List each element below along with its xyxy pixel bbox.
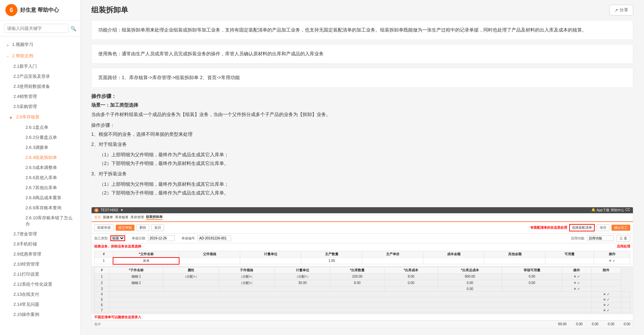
sim-nav-new[interactable]: 新建单 [103,215,113,220]
td-spec [179,258,240,264]
sidebar-item-inv4[interactable]: 2.6.4组装拆卸单 [19,153,80,163]
lth-child-attr: 属性 [163,267,219,273]
page-title: 组装拆卸单 [91,5,128,15]
sidebar-item-print[interactable]: 2.11打印设置 [9,269,80,279]
sim-btn-back[interactable]: 返回 [151,224,164,231]
sim-btn-save[interactable]: 保存 [597,224,609,231]
sim-type-select[interactable]: 组装 拆卸 [111,236,124,240]
sim-date-input[interactable] [148,235,175,241]
sidebar-item-purchase[interactable]: 2.5采购管理 [9,102,80,112]
sidebar-item-inv7[interactable]: 2.6.7其他出库单 [19,183,80,193]
sidebar-item-ops[interactable]: 2.10经营管理 [9,259,80,269]
sidebar-item-inv3[interactable]: 2.6.3调拨单 [19,143,80,153]
sidebar-item-inv1[interactable]: 2.6.1盘点单 [19,122,80,132]
sim-upper-table-wrap: # *父件名称 父件规格 计量单位 主产数量 主产单价 成本金额 其他金额 可用… [92,249,633,266]
sim-lower-table: # *子件名称 属性 子件规格 计量单位 *出库数量 *出库成本 *出库总成本 … [94,267,630,313]
main-content: 组装拆卸单 ↗ 分享 功能介绍：组装拆卸单用来处理企业组装或拆卸等加工业务，支持… [80,0,644,335]
sim-date-label: 单据日期 [132,236,145,241]
sim-nav-asm[interactable]: 组装拆卸单 [146,215,163,220]
sim-topbar: 6 TEST-H002 ▼ 🔔 App下载 帮助中心 CC [92,207,633,213]
main-header: 组装拆卸单 ↗ 分享 [80,0,644,20]
td-cost [423,258,484,264]
sim-btn-new[interactable]: 新建单据 [94,224,114,231]
lth-child-unit: 计量单位 [275,267,330,273]
search-input[interactable] [4,24,68,33]
step3: 3、对于拆装业务 [91,169,633,178]
nav-group-docs: － 2.帮助文档 2.1新手入门 2.2产品安装及登录 2.3使用前数据准备 2… [0,51,80,320]
sim-btn-ok[interactable]: 立 案 [616,235,630,242]
lth-op: 操作 [562,267,591,273]
td-num: 1 [95,258,113,264]
lower-row-3: 3 0.00 ✕ ✓ [95,286,630,291]
sidebar-item-custom[interactable]: 2.12系统个性化设置 [9,279,80,289]
sidebar-item-inventory[interactable]: ● 2.6库存核算 [9,112,80,122]
sidebar-item-inv5[interactable]: 2.6.5成本调整单 [19,163,80,173]
sim-logo: 6 [94,208,99,212]
sim-btn-confirm[interactable]: 确认完工 [611,225,630,231]
sidebar-item-video[interactable]: ＋ 1.视频学习 [0,39,80,50]
sidebar-item-capital[interactable]: 2.7资金管理 [9,229,80,239]
sidebar-item-video-label: 1.视频学习 [12,42,33,48]
sidebar-item-inv9[interactable]: 2.6.9库存账本查询 [19,203,80,213]
nav-sub-docs: 2.1新手入门 2.2产品安装及登录 2.3使用前数据准备 2.4销售管理 2.… [0,61,80,320]
logo-icon: 6 [5,4,17,16]
sim-total-avail: 0.00 [608,322,614,326]
lower-row-6: 6 ✕ ✓ [95,302,630,308]
role-text: 使用角色：通常由生产人员或库管人员完成拆装业务的操作，库管人员确认原材料的出库和… [98,51,324,56]
sidebar-item-install[interactable]: 2.2产品安装及登录 [9,71,80,81]
sim-lower-table-header: # *子件名称 属性 子件规格 计量单位 *出库数量 *出库成本 *出库总成本 … [92,266,633,314]
step2b: （2）下部明细为子件明细，最终作为原材料生成其它出库单。 [99,159,633,168]
sim-nav-invmgr[interactable]: 库存管理 [130,215,144,220]
th-check: # [95,251,113,258]
sidebar-item-cases[interactable]: 2.15操作案例 [9,310,80,320]
annotation-top-right: 有装配清单的在这里处理 [530,225,567,230]
search-icon[interactable]: 🔍 [70,26,76,31]
user-icon: CC [626,208,630,213]
annotation-bottom: 不固定清单可以随便在这里录入 [94,315,141,319]
steps-block: 操作步骤： 场景一：加工类型选择 当由多个子件材料组装成一个成品的业务为【组装】… [91,93,633,202]
td-price [362,258,423,264]
lth-avail: 审核可用量 [502,267,562,273]
sidebar-item-data[interactable]: 2.3使用前数据准备 [9,81,80,92]
lower-row-2: 2 糊糊 2 （分配×） 30.00 8.00 0.00 0.00 0.00 ✕… [95,280,630,286]
th-price: 主产单价 [362,251,423,258]
search-box: 🔍 [0,20,80,37]
sim-btn-delete[interactable]: 删除 [137,224,149,231]
sim-total-other: 0.00 [592,322,598,326]
td-act[interactable]: ✕ ✓ [594,258,630,264]
minus-icon: － [5,54,10,58]
lower-row-1: 1 糊糊 1 （分配+） （分配+） （分配×） 100.00 8.00 800… [95,273,630,280]
lth-child-spec: 子件规格 [219,267,274,273]
sidebar-item-sales[interactable]: 2.4销售管理 [9,92,80,102]
lth-child-name: *子件名称 [109,267,163,273]
th-cost: 成本金额 [423,251,484,258]
role-block: 使用角色：通常由生产人员或库管人员完成拆装业务的操作，库管人员确认原材料的出库和… [91,44,633,64]
sim-btn-submit[interactable]: 提交审核 [116,225,135,231]
annotation-right-middle: 启用处理 [617,244,630,249]
ops-steps-label: 操作步骤： [91,122,115,128]
sidebar-item-inv6[interactable]: 2.6.6其他入库单 [19,173,80,183]
help-icon: 帮助中心 [611,208,624,213]
sim-type-label: 加工类型 [94,236,108,241]
share-label: 分享 [620,7,628,13]
sim-nav-inv[interactable]: 库存核算 [115,215,128,220]
intro-block: 功能介绍：组装拆卸单用来处理企业组装或拆卸等加工业务，支持有固定装配清单的产品加… [91,20,633,40]
sidebar-item-inv10[interactable]: 2.6.10库存账本错了怎么办 [19,213,80,229]
sidebar-item-inv2[interactable]: 2.6.2分量盘点单 [19,132,80,143]
sidebar-item-beginner[interactable]: 2.1新手入门 [9,61,80,71]
sim-no-input[interactable] [198,235,231,241]
share-button[interactable]: ↗ 分享 [609,5,633,15]
sidebar-item-coupon[interactable]: 2.9优惠券管理 [9,249,80,259]
sidebar-item-mobile[interactable]: 2.8手机旺铺 [9,239,80,249]
lth-cost: *出库成本 [384,267,438,273]
sim-upper-table: # *父件名称 父件规格 计量单位 主产数量 主产单价 成本金额 其他金额 可用… [94,251,630,265]
sim-home-link[interactable]: 首页 [94,215,101,220]
sidebar-item-inv8[interactable]: 2.6.8商品成本重算 [19,193,80,203]
sidebar-item-docs[interactable]: － 2.帮助文档 [0,51,80,61]
sidebar-item-faq[interactable]: 2.14常见问题 [9,299,80,310]
sidebar-item-inventory-label: 2.6库存核算 [16,114,40,120]
sim-btn-bom[interactable]: 选择装配清单 [569,224,595,231]
step2a: （1）上部明细为父件明细，最终作为产成品生成其它入库单； [99,150,633,159]
sim-enable-input[interactable] [587,235,614,241]
sidebar-item-pay[interactable]: 2.13在线支付 [9,289,80,299]
